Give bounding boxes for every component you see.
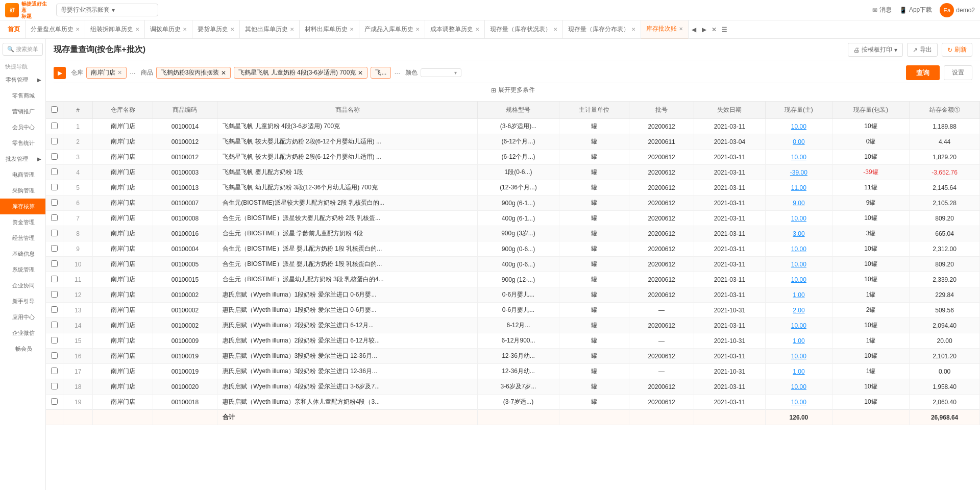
sidebar-item-retail[interactable]: 零售管理 ▶: [0, 72, 45, 88]
sidebar-item-vip[interactable]: 畅会员: [0, 341, 45, 357]
tab-next-button[interactable]: ▶: [699, 20, 709, 39]
sidebar-item-inventory[interactable]: 库存核算: [0, 199, 45, 214]
row-checkbox[interactable]: [51, 168, 58, 175]
row-checkbox[interactable]: [51, 306, 58, 313]
row-checkbox[interactable]: [51, 122, 58, 129]
tab-xiancunzhuang[interactable]: 现存量（库存状况表） ✕: [485, 20, 563, 39]
settings-button[interactable]: 设置: [944, 65, 972, 80]
row-checkbox[interactable]: [51, 383, 58, 389]
sidebar-item-basic[interactable]: 基础信息: [0, 246, 45, 262]
row-qty[interactable]: 10.00: [765, 119, 832, 134]
row-checkbox[interactable]: [51, 260, 58, 267]
tab-qitachuku[interactable]: 其他出库单历史 ✕: [240, 20, 300, 39]
tab-close-icon[interactable]: ✕: [350, 27, 354, 32]
tab-close-icon[interactable]: ✕: [183, 27, 187, 32]
row-qty[interactable]: -39.00: [765, 165, 832, 180]
row-qty[interactable]: 2.00: [765, 303, 832, 318]
row-qty[interactable]: 1.00: [765, 333, 832, 349]
product-more-icon[interactable]: ···: [394, 69, 400, 77]
tab-zuzhuan[interactable]: 组装拆卸单历史 ✕: [85, 20, 145, 39]
tab-close-icon[interactable]: ✕: [230, 27, 234, 32]
filter-expand-button[interactable]: ▶: [54, 67, 66, 79]
sidebar-item-marketing[interactable]: 营销推广: [0, 104, 45, 119]
product-tag-close-icon[interactable]: ✕: [221, 69, 226, 77]
row-checkbox[interactable]: [51, 368, 58, 374]
color-filter-input[interactable]: ▾: [421, 68, 461, 77]
row-qty[interactable]: 10.00: [765, 318, 832, 333]
row-qty[interactable]: 1.00: [765, 287, 832, 303]
row-checkbox[interactable]: [51, 184, 58, 190]
product-tag-close-icon[interactable]: ✕: [358, 69, 363, 77]
tab-prev-button[interactable]: ◀: [689, 20, 699, 39]
tab-close-icon[interactable]: ✕: [553, 27, 557, 32]
warehouse-tag[interactable]: 南岸门店 ✕: [86, 67, 127, 79]
product-tag-1[interactable]: 飞鹤奶粉3段丙推摆装 ✕: [156, 67, 231, 79]
row-qty[interactable]: 10.00: [765, 150, 832, 165]
messages-button[interactable]: ✉ 消息: [872, 6, 892, 14]
row-checkbox[interactable]: [51, 352, 58, 359]
row-qty[interactable]: 3.00: [765, 226, 832, 241]
sidebar-item-finance[interactable]: 资金管理: [0, 214, 45, 230]
row-qty[interactable]: 10.00: [765, 349, 832, 364]
print-button[interactable]: 🖨 按模板打印 ▾: [848, 43, 903, 57]
refresh-button[interactable]: ↻ 刷新: [942, 43, 972, 57]
sidebar-item-wework[interactable]: 企业微信: [0, 325, 45, 341]
app-download-button[interactable]: 📱 App下载: [899, 6, 932, 14]
query-button[interactable]: 查询: [906, 65, 940, 80]
tab-close-icon[interactable]: ✕: [76, 27, 80, 32]
expand-more-conditions-button[interactable]: ⊞ 展开更多条件: [54, 83, 972, 97]
tab-chanpinruku[interactable]: 产成品入库单历史 ✕: [359, 20, 425, 39]
product-tag-3[interactable]: 飞...: [371, 67, 391, 79]
sidebar-item-member[interactable]: 会员中心: [0, 119, 45, 135]
user-profile[interactable]: Ea demo2: [940, 3, 975, 17]
row-checkbox[interactable]: [51, 245, 58, 252]
row-qty[interactable]: 9.00: [765, 195, 832, 211]
sidebar-item-ecom[interactable]: 电商管理: [0, 167, 45, 183]
row-qty[interactable]: 10.00: [765, 241, 832, 257]
tab-diaobo[interactable]: 调拨单历史 ✕: [145, 20, 192, 39]
export-button[interactable]: ↗ 导出: [907, 43, 938, 57]
tab-close-icon[interactable]: ✕: [415, 27, 420, 32]
tab-close-icon[interactable]: ✕: [135, 27, 139, 32]
row-checkbox[interactable]: [51, 230, 58, 236]
sidebar-item-purchase[interactable]: 采购管理: [0, 183, 45, 199]
row-checkbox[interactable]: [51, 276, 58, 282]
row-qty[interactable]: 11.00: [765, 180, 832, 195]
row-checkbox[interactable]: [51, 199, 58, 206]
row-qty[interactable]: 10.00: [765, 379, 832, 395]
row-qty[interactable]: 10.00: [765, 257, 832, 272]
row-qty[interactable]: 10.00: [765, 272, 832, 287]
sidebar-item-appcenter[interactable]: 应用中心: [0, 309, 45, 325]
tab-yaohuo[interactable]: 要货单历史 ✕: [192, 20, 240, 39]
product-tag-2[interactable]: 飞鹤星飞帆 儿童奶粉 4段(3-6岁适用) 700克 ✕: [234, 67, 368, 79]
row-checkbox[interactable]: [51, 214, 58, 221]
row-checkbox[interactable]: [51, 322, 58, 328]
tab-chengben[interactable]: 成本调整单历史 ✕: [425, 20, 485, 39]
industry-selector[interactable]: 母婴行业演示账套 ▾: [56, 4, 158, 16]
sidebar-item-guide[interactable]: 新手引导: [0, 293, 45, 309]
warehouse-tag-close-icon[interactable]: ✕: [117, 69, 122, 76]
sidebar-item-wholesale[interactable]: 批发管理 ▶: [0, 151, 45, 167]
tab-close-current-button[interactable]: ✕: [709, 20, 719, 39]
sidebar-item-collab[interactable]: 企业协同: [0, 278, 45, 293]
search-menu-button[interactable]: 🔍 搜索菜单: [3, 43, 43, 56]
sidebar-item-shop[interactable]: 零售商城: [0, 88, 45, 104]
row-checkbox[interactable]: [51, 337, 58, 344]
row-checkbox[interactable]: [51, 153, 58, 160]
row-checkbox[interactable]: [51, 398, 58, 405]
filter-more-icon[interactable]: ···: [130, 69, 136, 77]
tab-close-icon[interactable]: ✕: [475, 27, 479, 32]
select-all-checkbox[interactable]: [51, 106, 58, 113]
tab-close-icon[interactable]: ✕: [290, 27, 294, 32]
row-qty[interactable]: 10.00: [765, 395, 832, 410]
tab-menu-button[interactable]: ☰: [719, 20, 729, 39]
tab-close-icon[interactable]: ✕: [631, 27, 635, 32]
row-qty[interactable]: 10.00: [765, 211, 832, 226]
sidebar-item-operation[interactable]: 经营管理: [0, 230, 45, 246]
tab-home[interactable]: 首页: [3, 20, 26, 39]
row-qty[interactable]: 0.00: [765, 134, 832, 150]
tab-fendian[interactable]: 分量盘点单历史 ✕: [26, 20, 85, 39]
tab-xiancunfenbu[interactable]: 现存量（库存分布表） ✕: [563, 20, 641, 39]
row-checkbox[interactable]: [51, 291, 58, 298]
sidebar-item-system[interactable]: 系统管理: [0, 262, 45, 278]
